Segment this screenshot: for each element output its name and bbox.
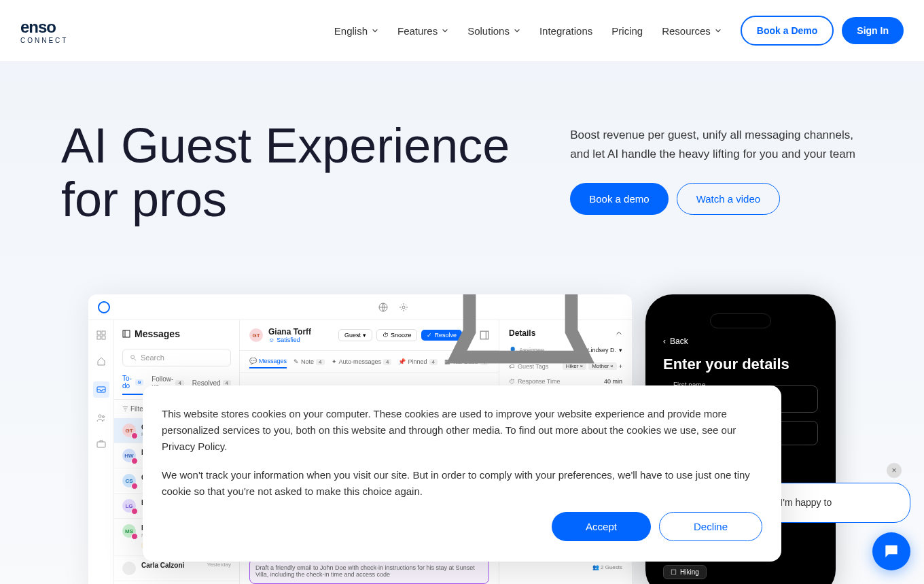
nav-english-label: English [334, 25, 368, 37]
cookie-text-2: We won't track your information when you… [162, 467, 762, 500]
inbox-icon[interactable] [93, 381, 109, 398]
message-composer[interactable]: Draft a friendly email to John Doe with … [249, 558, 489, 584]
svg-rect-5 [102, 336, 105, 339]
guest-dropdown[interactable]: Guest▾ [338, 329, 372, 341]
tab-todo-count: 9 [135, 379, 143, 385]
svg-point-7 [99, 415, 101, 417]
cookie-actions: Accept Decline [162, 512, 762, 541]
sign-in-button[interactable]: Sign In [842, 17, 904, 44]
guests-text: 2 Guests [601, 564, 622, 570]
messages-title: Messages [122, 328, 231, 339]
hero-section: AI Guest Experience for pros Boost reven… [0, 61, 924, 254]
layout-icon [122, 330, 130, 338]
sparkle-icon: ✦ [332, 358, 337, 365]
avatar-sub-icon [131, 432, 138, 439]
cookie-text-1: This website stores cookies on your comp… [162, 406, 762, 455]
pencil-icon: ✎ [294, 358, 299, 365]
convo-avatar: LG [122, 499, 136, 513]
search-input[interactable]: Search [122, 349, 231, 366]
guest-label: Guest [344, 332, 361, 339]
header-guest-name: Giana Torff [268, 327, 311, 337]
subtab-messages-label: Messages [259, 358, 287, 364]
hero-book-demo-button[interactable]: Book a demo [570, 183, 668, 215]
book-demo-button[interactable]: Book a Demo [741, 16, 834, 46]
app-topbar: 1 [88, 294, 632, 320]
hero-description: Boost revenue per guest, unify all messa… [570, 126, 863, 164]
message-list-header: Messages [114, 320, 239, 345]
convo-avatar: HW [122, 449, 136, 462]
avatar-sub-icon [131, 508, 138, 515]
phone-title: Enter your details [663, 356, 818, 373]
nav-pricing[interactable]: Pricing [611, 25, 643, 37]
tab-todo[interactable]: To- do9 [122, 375, 143, 395]
nav-solutions-label: Solutions [467, 25, 510, 37]
svg-rect-3 [102, 331, 105, 334]
gear-icon[interactable] [398, 302, 409, 313]
convo-avatar [122, 562, 136, 575]
checkbox-icon: ☐ [671, 568, 677, 576]
chevron-down-icon [372, 27, 378, 34]
convo-avatar: MS [122, 524, 136, 538]
phone-chip-label: Hiking [680, 568, 699, 576]
avatar-sub-icon [131, 458, 138, 464]
convo-avatar: GT [122, 424, 136, 437]
nav-solutions[interactable]: Solutions [467, 25, 520, 37]
grid-icon[interactable] [96, 330, 107, 341]
convo-avatar: CS [122, 474, 136, 487]
cookie-consent-modal: This website stores cookies on your comp… [143, 385, 781, 562]
svg-point-11 [131, 356, 135, 359]
svg-rect-10 [123, 330, 130, 337]
nav-features-label: Features [397, 25, 438, 37]
chevron-down-icon [514, 27, 520, 34]
main-nav: English Features Solutions Integrations … [334, 16, 904, 46]
subtab-auto[interactable]: ✦Auto-messages4 [332, 355, 392, 368]
search-placeholder: Search [141, 354, 164, 362]
satisfied-badge: ☺Satisfied [268, 337, 311, 343]
nav-resources[interactable]: Resources [662, 25, 722, 37]
users-icon[interactable] [96, 413, 107, 424]
nav-actions: Book a Demo Sign In [741, 16, 904, 46]
chat-fab[interactable] [872, 532, 910, 570]
nav-integrations[interactable]: Integrations [539, 25, 592, 37]
chat-icon [883, 543, 900, 560]
globe-icon[interactable] [378, 302, 389, 313]
subtab-auto-count: 4 [383, 359, 391, 365]
logo-text-top: enso [20, 18, 68, 37]
snooze-label: Snooze [391, 332, 412, 339]
app-sidebar [88, 320, 114, 584]
satisfied-text: Satisfied [277, 337, 300, 343]
logo-text-bottom: CONNECT [20, 37, 68, 44]
svg-point-1 [402, 306, 405, 309]
header-avatar: GT [249, 328, 263, 342]
logo[interactable]: enso CONNECT [20, 18, 68, 44]
close-icon: × [891, 464, 896, 477]
main-header: enso CONNECT English Features Solutions … [0, 0, 924, 61]
cookie-decline-button[interactable]: Decline [659, 512, 762, 541]
svg-point-8 [102, 416, 104, 418]
phone-notch [710, 313, 771, 328]
clock-icon: ⏱ [383, 332, 389, 339]
nav-features[interactable]: Features [397, 25, 448, 37]
chevron-down-icon: ▾ [363, 332, 366, 339]
chat-close-button[interactable]: × [887, 463, 902, 478]
briefcase-icon[interactable] [96, 439, 107, 449]
avatar-sub-icon [131, 483, 138, 489]
nav-english[interactable]: English [334, 25, 378, 37]
nav-integrations-label: Integrations [539, 25, 592, 37]
subtab-note-count: 4 [316, 359, 324, 365]
subtab-messages[interactable]: 💬Messages [249, 355, 287, 368]
svg-rect-2 [97, 331, 101, 334]
booking-guests: 👥 2 Guests [565, 564, 622, 570]
chevron-down-icon [715, 27, 722, 34]
chevron-down-icon [442, 27, 448, 34]
subtab-note[interactable]: ✎Note4 [294, 355, 324, 368]
snooze-button[interactable]: ⏱Snooze [376, 329, 418, 341]
home-icon[interactable] [96, 356, 107, 366]
phone-back-button[interactable]: ‹ Back [663, 337, 818, 346]
chat-icon: 💬 [249, 358, 257, 364]
hero-watch-video-button[interactable]: Watch a video [677, 183, 781, 215]
svg-rect-4 [97, 336, 101, 339]
cookie-accept-button[interactable]: Accept [552, 512, 651, 541]
phone-chip-hiking[interactable]: ☐Hiking [663, 565, 707, 579]
messages-title-text: Messages [135, 328, 180, 339]
